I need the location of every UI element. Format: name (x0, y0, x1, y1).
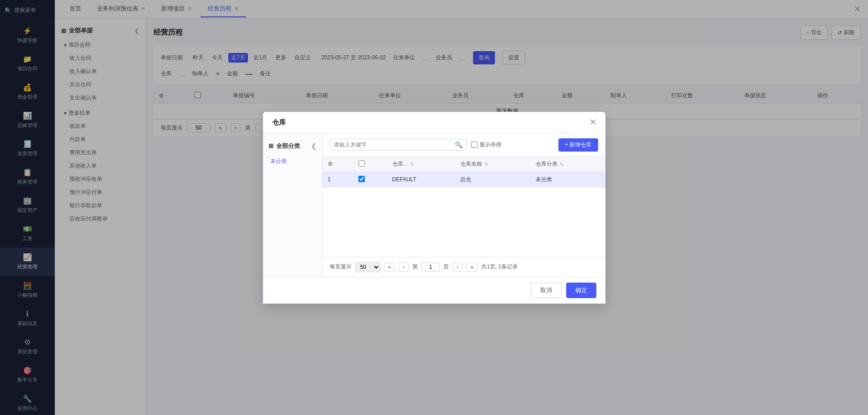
modal-right-panel: 🔍 显示停用 + 新增仓库 ⚙ (322, 134, 605, 277)
modal-select-all-checkbox[interactable] (358, 160, 365, 167)
modal-page-label: 页 (443, 263, 449, 271)
modal-title: 仓库 (272, 118, 286, 127)
modal-table-row[interactable]: 1 DEFAULT 总仓 未分类 (322, 172, 605, 187)
add-warehouse-button[interactable]: + 新增仓库 (558, 138, 598, 152)
modal-toolbar: 🔍 显示停用 + 新增仓库 (322, 134, 605, 157)
modal-th-settings[interactable]: ⚙ (322, 157, 353, 172)
modal-row-checkbox[interactable] (353, 172, 386, 187)
modal-close-button[interactable]: ✕ (589, 118, 596, 126)
modal-page-label-pre: 第 (412, 263, 418, 271)
modal-page-input[interactable] (421, 263, 440, 272)
modal-left-uncategorized-label: 未分类 (270, 158, 287, 164)
modal-row-code: DEFAULT (387, 172, 455, 187)
modal-row-no: 1 (322, 172, 353, 187)
modal-first-page-button[interactable]: « (384, 263, 395, 272)
show-disabled-text: 显示停用 (479, 141, 501, 149)
show-disabled-checkbox[interactable] (471, 142, 478, 148)
modal-pagination: 每页显示 50 100 « ‹ 第 页 › » 共1页, 1条记录 (322, 257, 605, 277)
grid-icon2: ⊞ (268, 142, 274, 149)
modal-all-category-label[interactable]: 全部分类 (276, 142, 300, 150)
modal-left-collapse-button[interactable]: ❮ (311, 142, 316, 150)
modal-left-uncategorized[interactable]: 未分类 (263, 154, 322, 169)
warehouse-modal: 仓库 ✕ ⊞ 全部分类 ❮ 未分类 (263, 112, 605, 304)
modal-overlay: 仓库 ✕ ⊞ 全部分类 ❮ 未分类 (0, 0, 868, 415)
modal-prev-page-button[interactable]: ‹ (399, 263, 409, 272)
modal-settings-icon: ⚙ (328, 161, 333, 167)
modal-header: 仓库 ✕ (263, 112, 605, 134)
modal-th-checkbox[interactable] (353, 157, 386, 172)
sort-icon-name: ⇅ (484, 162, 488, 167)
modal-table-header-row: ⚙ 仓库... ⇅ 仓库名称 ⇅ (322, 157, 605, 172)
modal-cancel-button[interactable]: 取消 (531, 283, 562, 298)
modal-th-name: 仓库名称 ⇅ (455, 157, 530, 172)
sort-icon-code: ⇅ (410, 162, 414, 167)
modal-th-category: 仓库分类 ⇅ (530, 157, 605, 172)
modal-table-wrap: ⚙ 仓库... ⇅ 仓库名称 ⇅ (322, 157, 605, 257)
modal-per-page-select[interactable]: 50 100 (355, 262, 380, 272)
modal-left-header: ⊞ 全部分类 ❮ (263, 138, 322, 154)
show-disabled-label[interactable]: 显示停用 (471, 141, 501, 149)
modal-row-select-checkbox[interactable] (358, 176, 365, 182)
modal-th-code: 仓库... ⇅ (387, 157, 455, 172)
modal-last-page-button[interactable]: » (466, 263, 478, 272)
modal-next-page-button[interactable]: › (452, 263, 463, 272)
modal-footer: 取消 确定 (263, 277, 605, 304)
modal-search-input[interactable] (334, 142, 455, 148)
modal-left-panel: ⊞ 全部分类 ❮ 未分类 (263, 134, 322, 277)
modal-search-icon[interactable]: 🔍 (455, 141, 463, 148)
modal-row-name: 总仓 (455, 172, 530, 187)
modal-row-category: 未分类 (530, 172, 605, 187)
sort-icon-category: ⇅ (560, 162, 563, 167)
modal-body: ⊞ 全部分类 ❮ 未分类 🔍 显示停用 (263, 134, 605, 277)
modal-table: ⚙ 仓库... ⇅ 仓库名称 ⇅ (322, 157, 605, 188)
modal-per-page-label: 每页显示 (330, 263, 352, 271)
modal-confirm-button[interactable]: 确定 (566, 283, 596, 298)
modal-total-label: 共1页, 1条记录 (481, 263, 518, 271)
modal-search-wrap: 🔍 (330, 139, 467, 151)
